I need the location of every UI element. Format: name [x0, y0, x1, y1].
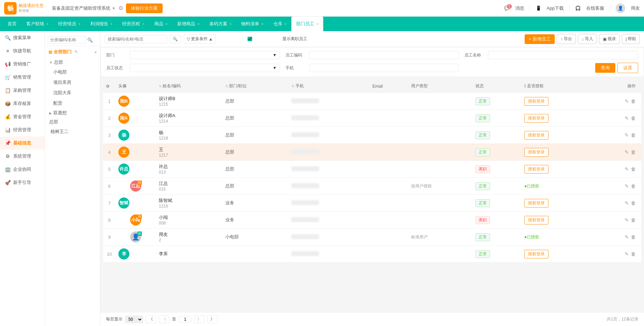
tab-barcode[interactable]: 条码方案 × [205, 17, 236, 31]
edit-btn[interactable]: ✎ [625, 98, 629, 104]
emp-status-select[interactable]: ▼ [130, 64, 280, 72]
tab-history[interactable]: 经营历程 × [117, 17, 149, 31]
dept-item-peihuo[interactable]: 配货 [45, 98, 100, 108]
user-label[interactable]: 用友 [631, 5, 640, 11]
last-page-btn[interactable]: 》 [207, 315, 218, 323]
dept-item-shenyang[interactable]: 沈阳大库 [45, 88, 100, 98]
prev-page-btn[interactable]: 〈 [159, 315, 169, 323]
close-icon[interactable]: × [261, 22, 263, 26]
auth-btn[interactable]: 授权登录 [524, 131, 548, 140]
settings-icon[interactable]: ⚙ [106, 84, 110, 89]
close-icon[interactable]: × [197, 22, 199, 26]
app-label[interactable]: App下载 [547, 5, 564, 11]
auth-btn[interactable]: 授权登录 [524, 148, 548, 157]
dept-group-shuangluxiang[interactable]: ▶ 双鹿想 [45, 108, 100, 117]
tab-bom[interactable]: 物料清单 × [236, 17, 268, 31]
delete-btn[interactable]: 🗑 [631, 115, 636, 121]
service-label[interactable]: 在线客服 [586, 5, 604, 11]
tab-ops-status[interactable]: 经营情况 × [53, 17, 85, 31]
dept-search-icon[interactable]: 🔍 [87, 37, 93, 43]
close-icon[interactable]: × [46, 22, 48, 26]
close-icon[interactable]: × [229, 22, 232, 26]
auth-btn[interactable]: 授权登录 [524, 97, 548, 106]
delete-btn[interactable]: 🗑 [631, 200, 636, 206]
add-employee-btn[interactable]: + 新增员工 [525, 34, 555, 44]
page-number-input[interactable] [179, 316, 191, 323]
export-btn[interactable]: ↑ 导出 [557, 34, 576, 44]
close-icon[interactable]: × [110, 22, 112, 26]
sidebar-item-quicknav[interactable]: ≡ 快捷导航 [0, 44, 45, 58]
emp-code-input[interactable] [309, 51, 459, 59]
sidebar-item-purchase[interactable]: 📋 采购管理 [0, 84, 45, 97]
auth-btn[interactable]: 授权登录 [524, 114, 548, 123]
tab-dept-staff[interactable]: 部门员工 × [291, 17, 323, 31]
msg-icon-area[interactable]: 💬 5 [504, 6, 510, 11]
sort-icon-name[interactable]: ⇅ [159, 84, 162, 88]
dept-search-input[interactable] [48, 36, 86, 44]
gear-icon[interactable]: ⚙ [118, 5, 123, 11]
edit-icon[interactable]: ✎ [74, 50, 78, 54]
search-btn[interactable]: 🔍 [170, 35, 181, 43]
view-btn[interactable]: ▣ 视录 [599, 34, 620, 44]
sidebar-item-sales[interactable]: 🛒 销售管理 [0, 71, 45, 84]
tab-warehouse[interactable]: 仓库 × [269, 17, 291, 31]
sort-icon-dept[interactable]: ⇅ [225, 84, 228, 88]
show-resigned-checkbox[interactable]: 显示离职员工 [219, 36, 307, 42]
sidebar-item-search[interactable]: 🔍 搜索菜单 [0, 31, 45, 44]
edit-btn[interactable]: ✎ [625, 217, 629, 223]
sort-icon-phone[interactable]: ⇅ [291, 84, 294, 88]
all-dept-label[interactable]: 全部部门 [54, 49, 72, 55]
query-btn[interactable]: 查询 [595, 63, 615, 73]
edit-btn[interactable]: ✎ [625, 251, 629, 257]
auth-btn[interactable]: 授权登录 [524, 216, 548, 224]
sidebar-item-finance[interactable]: 💰 资金管理 [0, 110, 45, 123]
delete-btn[interactable]: 🗑 [631, 166, 636, 172]
dept-group-zongbu[interactable]: ▼ 总部 [45, 58, 100, 67]
delete-btn[interactable]: 🗑 [631, 98, 636, 104]
resigned-checkbox-input[interactable] [219, 37, 281, 41]
per-page-select[interactable]: 50 100 [125, 316, 143, 323]
tab-add-goods[interactable]: 新增商品 × [172, 17, 204, 31]
sidebar-item-ops[interactable]: 📊 经营管理 [0, 123, 45, 136]
delete-btn[interactable]: 🗑 [631, 183, 636, 189]
delete-btn[interactable]: 🗑 [631, 234, 636, 240]
next-page-btn[interactable]: 〉 [194, 315, 205, 323]
dept-item-zhishu[interactable]: 植树王二 [45, 126, 100, 137]
sidebar-item-basicinfo[interactable]: 📌 基础信息 [0, 136, 45, 150]
sys-title-dropdown[interactable]: ▼ [112, 6, 116, 10]
close-icon[interactable]: × [165, 22, 167, 26]
edit-btn[interactable]: ✎ [625, 200, 629, 206]
tab-goods[interactable]: 商品 × [149, 17, 172, 31]
msg-label[interactable]: 消息 [515, 5, 524, 11]
dept-item-xiaodian[interactable]: 小电部 [45, 67, 100, 77]
close-icon[interactable]: × [316, 22, 318, 26]
sidebar-item-marketing[interactable]: 📢 营销推广 [0, 58, 45, 71]
first-page-btn[interactable]: 《 [146, 315, 156, 323]
sidebar-item-inventory[interactable]: 📦 库存核算 [0, 97, 45, 110]
close-icon[interactable]: × [142, 22, 144, 26]
collapse-icon[interactable]: « [94, 50, 97, 54]
sidebar-item-corp[interactable]: 🏢 企业协同 [0, 163, 45, 176]
delete-btn[interactable]: 🗑 [631, 217, 636, 223]
emp-name-input[interactable] [488, 51, 638, 59]
delete-btn[interactable]: 🗑 [631, 149, 636, 155]
dept-item-xiangmu[interactable]: 项目库房 [45, 77, 100, 88]
tab-home[interactable]: 首页 [3, 17, 21, 31]
auth-btn[interactable]: 授权登录 [524, 250, 548, 258]
edit-btn[interactable]: ✎ [625, 234, 629, 240]
delete-btn[interactable]: 🗑 [631, 251, 636, 257]
tab-profit[interactable]: 利润报告 × [85, 17, 117, 31]
close-icon[interactable]: × [78, 22, 80, 26]
edit-btn[interactable]: ✎ [625, 115, 629, 121]
help-btn[interactable]: | 帮助 [622, 34, 640, 44]
sidebar-item-guide[interactable]: 🚀 新手引导 [0, 176, 45, 189]
trial-btn[interactable]: 体验行业方案 [126, 3, 163, 13]
phone-input[interactable] [309, 64, 459, 72]
auth-btn[interactable]: 授权登录 [524, 199, 548, 208]
dept-group-zongbu2[interactable]: 总部 [45, 117, 100, 126]
edit-btn[interactable]: ✎ [625, 166, 629, 172]
set-btn[interactable]: 设置 [617, 63, 638, 73]
import-btn[interactable]: ↓ 导入 [578, 34, 597, 44]
auth-btn[interactable]: 授权登录 [524, 165, 548, 174]
dept-select[interactable]: ▼ [130, 51, 280, 59]
